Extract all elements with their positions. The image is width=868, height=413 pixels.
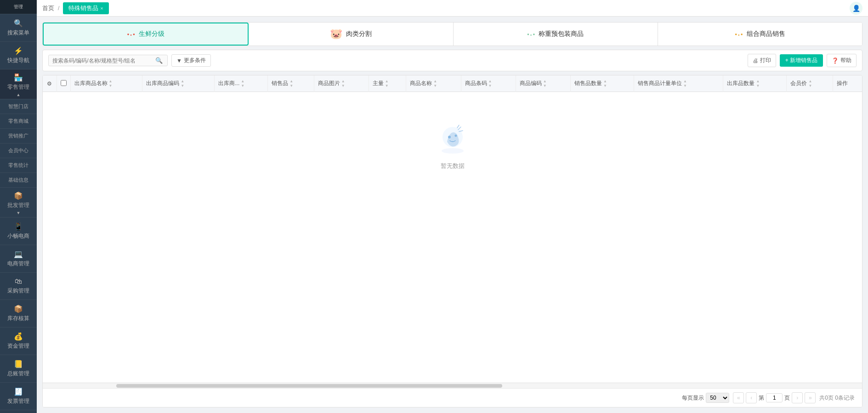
close-tab-icon[interactable]: ×	[100, 6, 103, 11]
per-page-label: 每页显示	[682, 394, 704, 402]
sidebar-item-label: 基础信息	[8, 177, 28, 183]
cat-tab-meat[interactable]: 🐷 肉类分割	[249, 23, 453, 46]
sidebar-item-promotion[interactable]: 营销推广	[0, 129, 37, 143]
th-sales-item-label: 销售品	[272, 80, 288, 87]
page-content: ● ● ● 生鲜分级 🐷 肉类分割 ● ● ● 称重预包装商品	[37, 17, 868, 413]
sidebar-item-label: 电商管理	[7, 260, 29, 268]
horizontal-scrollbar[interactable]	[43, 383, 862, 388]
lightning-icon: ⚡	[14, 46, 23, 55]
sort-arrows: ▲▼	[603, 79, 607, 88]
filter-button[interactable]: ▼ 更多条件	[171, 54, 211, 67]
sidebar-item-purchase[interactable]: 🛍 采购管理	[0, 273, 37, 300]
user-icon: 👤	[852, 5, 860, 12]
new-item-button[interactable]: + 新增销售品	[780, 54, 823, 67]
sidebar-item-inventory[interactable]: 📦 库存核算	[0, 300, 37, 327]
th-out-spec[interactable]: 出库商... ▲▼	[215, 75, 268, 92]
th-out-name[interactable]: 出库商品名称 ▲▼	[70, 75, 142, 92]
combo-icon: ● ● ●	[735, 32, 743, 36]
search-icon: 🔍	[14, 19, 23, 28]
sidebar-item-search[interactable]: 🔍 搜索菜单	[0, 14, 37, 42]
breadcrumb-home[interactable]: 首页	[42, 4, 54, 12]
cat-tab-combo-label: 组合商品销售	[747, 30, 785, 38]
search-input[interactable]	[52, 57, 153, 64]
th-goods-name[interactable]: 商品名称 ▲▼	[406, 75, 461, 92]
th-sales-unit[interactable]: 销售商品计量单位 ▲▼	[634, 75, 723, 92]
page-suffix: 页	[784, 394, 790, 402]
mini-ecom-icon: 📱	[14, 222, 23, 231]
th-main-weight[interactable]: 主量 ▲▼	[369, 75, 406, 92]
purchase-icon: 🛍	[15, 277, 22, 286]
sidebar-item-quick[interactable]: ⚡ 快捷导航	[0, 42, 37, 69]
sort-arrows: ▲▼	[385, 79, 389, 88]
filter-label: 更多条件	[184, 57, 206, 64]
sidebar-item-mini-ecom[interactable]: 📱 小畅电商	[0, 218, 37, 245]
sidebar-item-basic-info[interactable]: 基础信息	[0, 173, 37, 188]
sidebar-item-tax[interactable]: 🏛 税务管理	[0, 410, 37, 413]
sidebar-item-members[interactable]: 会员中心	[0, 143, 37, 158]
empty-illustration	[434, 120, 471, 156]
inventory-icon: 📦	[14, 304, 23, 313]
page-last-btn[interactable]: »	[805, 392, 816, 403]
page-next-btn[interactable]: ›	[792, 392, 803, 403]
search-icon[interactable]: 🔍	[155, 57, 163, 64]
th-sales-qty[interactable]: 销售品数量 ▲▼	[570, 75, 634, 92]
scrollbar-thumb[interactable]	[116, 384, 502, 388]
th-out-code[interactable]: 出库商品编码 ▲▼	[142, 75, 215, 92]
sidebar-logo: 管理	[0, 0, 37, 14]
th-goods-code[interactable]: 商品编码 ▲▼	[516, 75, 570, 92]
sidebar-item-wholesale[interactable]: 📦 批发管理 ▼	[0, 188, 37, 218]
sidebar-item-retail[interactable]: 🏪 零售管理 ▲	[0, 69, 37, 99]
sidebar-item-retail-mall[interactable]: 零售商城	[0, 114, 37, 129]
th-out-qty[interactable]: 出库品数量 ▲▼	[723, 75, 787, 92]
cat-tab-weight[interactable]: ● ● ● 称重预包装商品	[454, 23, 658, 46]
search-box[interactable]: 🔍	[48, 55, 168, 66]
th-checkbox[interactable]	[57, 75, 70, 92]
sort-arrows: ▲▼	[289, 79, 293, 88]
th-main-weight-label: 主量	[373, 80, 384, 87]
sort-arrows: ▲▼	[543, 79, 547, 88]
sidebar-item-invoice[interactable]: 🧾 发票管理	[0, 383, 37, 410]
sidebar-item-label: 小畅电商	[7, 232, 29, 240]
data-table-container: ⚙ 出库商品名称 ▲▼	[42, 75, 862, 407]
th-sales-item[interactable]: 销售品 ▲▼	[268, 75, 314, 92]
per-page-select[interactable]: 10 20 50 100	[706, 393, 729, 403]
pagination: 每页显示 10 20 50 100 « ‹ 第 页	[43, 388, 862, 407]
page-number-input[interactable]	[766, 393, 783, 402]
page-input-group: 第 页	[759, 393, 790, 402]
sidebar-item-label: 发票管理	[7, 397, 29, 405]
table-wrap: ⚙ 出库商品名称 ▲▼	[43, 75, 862, 383]
cat-tab-combo[interactable]: ● ● ● 组合商品销售	[658, 23, 862, 46]
th-out-code-label: 出库商品编码	[146, 80, 179, 87]
sidebar-item-finance[interactable]: 💰 资金管理	[0, 327, 37, 355]
sort-arrows: ▲▼	[109, 79, 113, 88]
th-goods-name-label: 商品名称	[410, 80, 432, 87]
select-all-checkbox[interactable]	[61, 80, 67, 86]
th-barcode[interactable]: 商品条码 ▲▼	[461, 75, 516, 92]
help-button[interactable]: ❓ 帮助	[827, 54, 857, 67]
th-goods-code-label: 商品编码	[520, 80, 542, 87]
pig-icon: 🐷	[330, 28, 342, 40]
sidebar-item-ledger[interactable]: 📒 总账管理	[0, 355, 37, 383]
data-table: ⚙ 出库商品名称 ▲▼	[43, 75, 862, 92]
th-sales-unit-label: 销售商品计量单位	[638, 80, 682, 87]
th-image[interactable]: 商品图片 ▲▼	[314, 75, 369, 92]
active-tab[interactable]: 特殊销售品 ×	[63, 2, 108, 14]
ledger-icon: 📒	[14, 360, 23, 368]
th-member-price[interactable]: 会员价 ▲▼	[787, 75, 833, 92]
cat-tab-fresh[interactable]: ● ● ● 生鲜分级	[43, 23, 249, 46]
page-first-btn[interactable]: «	[733, 392, 744, 403]
th-out-spec-label: 出库商...	[218, 80, 239, 87]
page-prev-btn[interactable]: ‹	[746, 392, 757, 403]
sidebar-item-smart-store[interactable]: 智慧门店	[0, 99, 37, 114]
sidebar-item-label: 快捷导航	[7, 57, 29, 64]
print-button[interactable]: 🖨 打印	[748, 54, 776, 67]
toolbar-right: 🖨 打印 + 新增销售品 ❓ 帮助	[748, 54, 857, 67]
toolbar: 🔍 ▼ 更多条件 🖨 打印 + 新增销售品 ❓ 帮助	[42, 50, 862, 71]
breadcrumb-separator: /	[58, 5, 59, 11]
user-avatar-btn[interactable]: 👤	[850, 2, 862, 15]
th-settings[interactable]: ⚙	[43, 75, 57, 92]
sidebar-item-retail-stats[interactable]: 零售统计	[0, 158, 37, 173]
th-barcode-label: 商品条码	[465, 80, 487, 87]
page-label: 第	[759, 394, 764, 402]
sidebar-item-ecom-mgmt[interactable]: 💻 电商管理	[0, 245, 37, 273]
